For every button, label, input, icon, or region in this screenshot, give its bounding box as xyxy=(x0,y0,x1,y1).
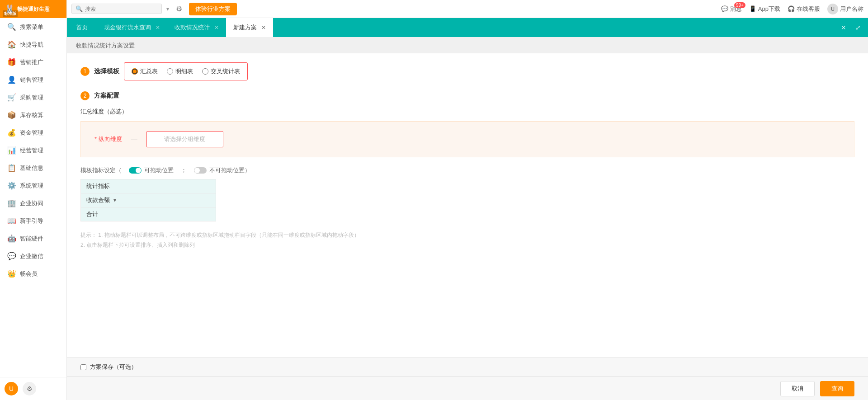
template-selection-section: 1 选择模板 汇总表 明细表 交叉统计表 xyxy=(80,62,854,80)
settings-bottom-icon[interactable]: ⚙ xyxy=(23,382,36,395)
fixed-toggle[interactable]: 不可拖动位置） xyxy=(194,166,250,174)
download-item[interactable]: 📱 App下载 xyxy=(749,5,780,13)
tab-collection-stats-close-icon[interactable]: ✕ xyxy=(214,24,219,31)
fixed-toggle-dot[interactable] xyxy=(194,167,207,174)
sidebar-item-guide[interactable]: 📖 新手引导 xyxy=(0,212,66,230)
enterprise-icon: 🏢 xyxy=(7,199,16,207)
sidebar-item-inventory[interactable]: 📦 库存核算 xyxy=(0,106,66,124)
draggable-toggle-dot[interactable] xyxy=(129,167,142,174)
config-body: 汇总维度（必选） * 纵向维度 — 请选择分组维度 模板指标设定（ 可拖动位置 xyxy=(80,108,854,250)
tab-collection-stats[interactable]: 收款情况统计 ✕ xyxy=(167,18,226,37)
sidebar-item-label: 经营管理 xyxy=(20,146,43,155)
collection-dropdown-icon[interactable]: ▾ xyxy=(113,197,116,203)
sidebar-item-sales[interactable]: 👤 销售管理 xyxy=(0,71,66,89)
fixed-label: 不可拖动位置） xyxy=(209,166,250,174)
metrics-header-label: 统计指标 xyxy=(86,183,110,189)
metrics-table-header: 统计指标 xyxy=(81,179,216,193)
radio-cross-input[interactable] xyxy=(202,68,208,75)
save-label: 方案保存（可选） xyxy=(90,363,137,371)
sidebar-item-smart-hw[interactable]: 🤖 智能硬件 xyxy=(0,230,66,247)
sidebar-item-label: 采购管理 xyxy=(20,94,43,102)
tab-bank-flow[interactable]: 现金银行流水查询 ✕ xyxy=(97,18,167,37)
page-body: 1 选择模板 汇总表 明细表 交叉统计表 xyxy=(67,53,868,357)
tab-new-plan-close-icon[interactable]: ✕ xyxy=(261,24,266,31)
main-area: 🔍 ▾ ⚙ 体验行业方案 💬 消息 99+ 📱 App下载 🎧 在线客服 U 用… xyxy=(67,0,868,400)
draggable-label: 可拖动位置 xyxy=(144,166,174,174)
sidebar: 🐰 畅捷通好生意 标准版 🔍 搜索菜单 🏠 快捷导航 🎁 营销推广 👤 销售管理… xyxy=(0,0,67,400)
logo-badge: 标准版 xyxy=(3,10,18,17)
user-info[interactable]: U 用户名称 xyxy=(827,4,863,14)
settings-icon[interactable]: ⚙ xyxy=(174,5,184,13)
notification-item[interactable]: 💬 消息 99+ xyxy=(721,5,742,13)
basic-info-icon: 📋 xyxy=(7,164,16,172)
save-checkbox[interactable] xyxy=(80,364,86,370)
user-avatar-icon[interactable]: U xyxy=(5,382,18,395)
radio-detail-input[interactable] xyxy=(167,68,173,75)
sidebar-item-search-menu[interactable]: 🔍 搜索菜单 xyxy=(0,18,66,36)
tips-section: 提示： 1. 拖动标题栏可以调整布局，不可跨维度或指标区域拖动栏目字段（只能在同… xyxy=(80,231,854,250)
section2-header: 2 方案配置 xyxy=(80,91,854,100)
radio-cross[interactable]: 交叉统计表 xyxy=(202,67,240,75)
cancel-button[interactable]: 取消 xyxy=(780,381,815,396)
member-icon: 👑 xyxy=(7,269,16,278)
row-dimension-label: * 纵向维度 xyxy=(94,135,122,143)
sidebar-item-label: 营销推广 xyxy=(20,58,43,66)
sidebar-item-purchase[interactable]: 🛒 采购管理 xyxy=(0,89,66,106)
draggable-toggle[interactable]: 可拖动位置 xyxy=(129,166,174,174)
metrics-header: 模板指标设定（ 可拖动位置 ； 不可拖动位置） xyxy=(80,166,854,174)
tab-bank-flow-close-icon[interactable]: ✕ xyxy=(156,24,160,31)
search-box[interactable]: 🔍 xyxy=(71,4,162,14)
tab-bank-flow-label: 现金银行流水查询 xyxy=(104,24,151,32)
metrics-row-collection[interactable]: 收款金额 ▾ xyxy=(81,193,216,207)
sidebar-item-basic-info[interactable]: 📋 基础信息 xyxy=(0,159,66,177)
radio-detail-label: 明细表 xyxy=(175,67,193,75)
radio-detail[interactable]: 明细表 xyxy=(167,67,193,75)
template-options: 汇总表 明细表 交叉统计表 xyxy=(124,62,248,80)
save-section: 方案保存（可选） xyxy=(67,357,868,376)
industry-plan-button[interactable]: 体验行业方案 xyxy=(189,3,237,15)
tab-new-plan[interactable]: 新建方案 ✕ xyxy=(226,18,273,37)
smart-hw-icon: 🤖 xyxy=(7,234,16,243)
sidebar-item-label: 智能硬件 xyxy=(20,235,43,243)
sidebar-item-finance[interactable]: 💰 资金管理 xyxy=(0,124,66,141)
search-icon: 🔍 xyxy=(75,5,83,12)
collection-amount-label: 收款金额 xyxy=(86,196,110,204)
sidebar-item-label: 库存核算 xyxy=(20,111,43,119)
sidebar-item-marketing[interactable]: 🎁 营销推广 xyxy=(0,53,66,71)
dimension-select[interactable]: 请选择分组维度 xyxy=(146,131,223,147)
sidebar-item-enterprise[interactable]: 🏢 企业协同 xyxy=(0,194,66,212)
radio-summary[interactable]: 汇总表 xyxy=(132,67,158,75)
sidebar-item-member[interactable]: 👑 畅会员 xyxy=(0,265,66,282)
sales-icon: 👤 xyxy=(7,75,16,84)
metrics-subtotal-row: 合计 xyxy=(81,207,216,221)
section1-header: 1 选择模板 汇总表 明细表 交叉统计表 xyxy=(80,62,854,80)
section1-number: 1 xyxy=(80,67,90,76)
radio-summary-input[interactable] xyxy=(132,68,138,75)
sidebar-item-operations[interactable]: 📊 经营管理 xyxy=(0,141,66,159)
sidebar-item-label: 系统管理 xyxy=(20,182,43,190)
service-item[interactable]: 🎧 在线客服 xyxy=(788,5,820,13)
download-label: App下载 xyxy=(758,5,780,13)
topbar: 🔍 ▾ ⚙ 体验行业方案 💬 消息 99+ 📱 App下载 🎧 在线客服 U 用… xyxy=(67,0,868,18)
search-input[interactable] xyxy=(85,6,157,12)
sidebar-item-label: 新手引导 xyxy=(20,217,43,225)
maximize-icon[interactable]: ⤢ xyxy=(853,22,863,33)
sidebar-item-system[interactable]: ⚙️ 系统管理 xyxy=(0,177,66,194)
message-icon: 💬 xyxy=(721,5,728,12)
tab-home[interactable]: 首页 xyxy=(67,18,97,37)
query-button[interactable]: 查询 xyxy=(820,381,854,396)
chevron-down-icon[interactable]: ▾ xyxy=(166,6,169,12)
sidebar-item-wechat[interactable]: 💬 企业微信 xyxy=(0,247,66,265)
operations-icon: 📊 xyxy=(7,146,16,155)
guide-icon: 📖 xyxy=(7,216,16,225)
wechat-icon: 💬 xyxy=(7,252,16,260)
sidebar-item-quick-nav[interactable]: 🏠 快捷导航 xyxy=(0,36,66,53)
tab-home-label: 首页 xyxy=(76,24,88,32)
sidebar-item-label: 企业微信 xyxy=(20,252,43,260)
logo-text: 畅捷通好生意 xyxy=(17,6,50,12)
section1-title: 选择模板 xyxy=(94,67,119,75)
plan-config-section: 2 方案配置 汇总维度（必选） * 纵向维度 — 请选择分组维度 模板指标设定（ xyxy=(80,91,854,250)
system-icon: ⚙️ xyxy=(7,181,16,190)
section2-title: 方案配置 xyxy=(94,92,119,100)
close-window-icon[interactable]: ✕ xyxy=(838,22,849,33)
